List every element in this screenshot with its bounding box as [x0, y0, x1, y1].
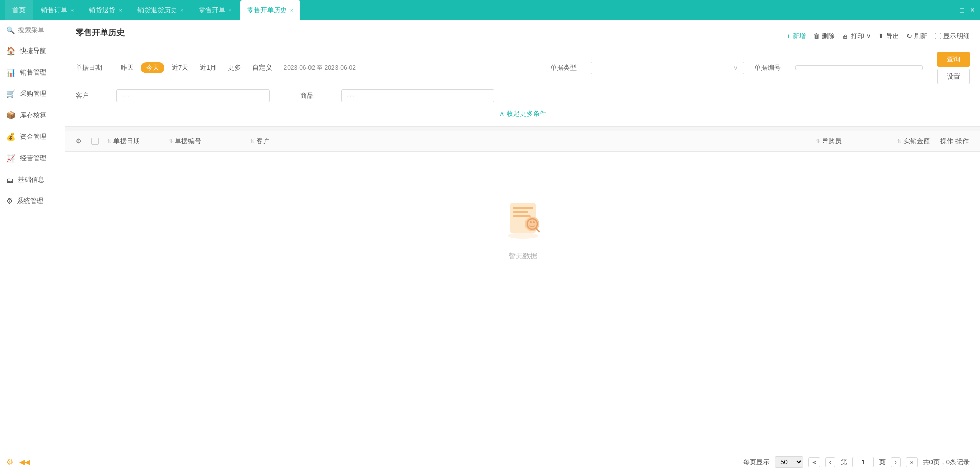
- customer-input[interactable]: ···: [116, 89, 270, 102]
- empty-state: 暂无数据: [65, 152, 980, 302]
- operations-label: 经营管理: [20, 154, 46, 163]
- nav-tabs: 首页 销售订单 × 销货退货 × 销货退货历史 × 零售开单 × 零售开单历史 …: [5, 0, 946, 20]
- print-button[interactable]: 🖨 打印 ∨: [842, 32, 871, 41]
- close-retail-open[interactable]: ×: [228, 7, 231, 13]
- sales-return-label: 销货退货: [89, 6, 115, 15]
- export-button[interactable]: ⬆ 导出: [878, 32, 899, 41]
- basic-info-icon: 🗂: [6, 176, 14, 184]
- system-icon: ⚙: [6, 196, 13, 206]
- sidebar-item-quick-nav[interactable]: 🏠 快捷导航: [0, 40, 65, 62]
- date-opt-1month[interactable]: 近1月: [196, 62, 221, 73]
- date-opt-more[interactable]: 更多: [224, 62, 245, 73]
- tab-sales-return[interactable]: 销货退货 ×: [82, 0, 129, 20]
- page-label: 第: [841, 458, 847, 467]
- search-label: 搜索采单: [18, 26, 44, 35]
- sort-guide-icon[interactable]: ⇅: [816, 138, 820, 144]
- search-icon: 🔍: [6, 26, 15, 34]
- restore-btn[interactable]: □: [960, 6, 964, 14]
- settings-bottom-icon[interactable]: ⚙: [6, 457, 13, 467]
- page-header-section: 零售开单历史 + 新增 🗑 🗑 删除 删除 🖨 打印 ∨ ⬆: [65, 20, 980, 127]
- sales-mgmt-icon: 📊: [6, 68, 16, 77]
- last-page-btn[interactable]: »: [906, 457, 918, 467]
- basic-info-label: 基础信息: [18, 175, 44, 184]
- prev-page-btn[interactable]: ‹: [825, 457, 835, 467]
- settings-button[interactable]: 设置: [937, 69, 970, 84]
- inventory-label: 库存核算: [20, 111, 46, 120]
- close-retail-open-history[interactable]: ×: [290, 7, 293, 13]
- system-label: 系统管理: [17, 196, 43, 206]
- date-label: 单据日期: [76, 63, 106, 72]
- num-input[interactable]: [795, 65, 923, 70]
- collapse-sidebar-icon[interactable]: ◀◀: [19, 458, 30, 466]
- page-title: 零售开单历史: [76, 28, 125, 38]
- sales-mgmt-label: 销售管理: [20, 68, 46, 77]
- sidebar-item-sales-mgmt[interactable]: 📊 销售管理: [0, 62, 65, 83]
- tab-sales-order[interactable]: 销售订单 ×: [34, 0, 81, 20]
- finance-label: 资金管理: [20, 132, 46, 141]
- collapse-icon: ∧: [499, 110, 505, 118]
- goods-dots: ···: [347, 92, 355, 99]
- next-page-btn[interactable]: ›: [891, 457, 901, 467]
- empty-text: 暂无数据: [509, 252, 537, 261]
- close-sales-order[interactable]: ×: [70, 7, 74, 13]
- print-icon: 🖨: [842, 32, 849, 40]
- sidebar-item-purchase-mgmt[interactable]: 🛒 采购管理: [0, 83, 65, 105]
- close-sales-return[interactable]: ×: [118, 7, 122, 13]
- display-toggle[interactable]: 显示明细: [935, 32, 970, 41]
- sort-customer-icon[interactable]: ⇅: [250, 138, 254, 144]
- sidebar-item-inventory[interactable]: 📦 库存核算: [0, 105, 65, 126]
- filter-row-1: 单据日期 昨天 今天 近7天 近1月 更多 自定义 2023-06-02 至 2…: [76, 52, 970, 84]
- per-page-select[interactable]: 50 20 100: [775, 456, 803, 468]
- sidebar: 🔍 搜索采单 🏠 快捷导航 📊 销售管理 🛒 采购管理 📦 库存核算 💰 资金管…: [0, 20, 65, 473]
- sidebar-item-operations[interactable]: 📈 经营管理: [0, 147, 65, 169]
- goods-input[interactable]: ···: [341, 89, 494, 102]
- header-top-row: 零售开单历史 + 新增 🗑 🗑 删除 删除 🖨 打印 ∨ ⬆: [65, 20, 980, 44]
- sort-amount-icon[interactable]: ⇅: [897, 138, 901, 144]
- th-customer: ⇅ 客户: [246, 137, 811, 146]
- collapse-label: 收起更多条件: [507, 109, 546, 118]
- page-input[interactable]: [852, 457, 874, 467]
- delete-icon: 🗑: [813, 32, 820, 40]
- sidebar-item-finance[interactable]: 💰 资金管理: [0, 126, 65, 147]
- purchase-mgmt-label: 采购管理: [20, 89, 46, 98]
- delete-button[interactable]: 🗑 🗑 删除 删除: [813, 32, 835, 41]
- collapse-button[interactable]: ∧ 收起更多条件: [499, 109, 546, 118]
- finance-icon: 💰: [6, 132, 16, 141]
- sidebar-item-system[interactable]: ⚙ 系统管理: [0, 190, 65, 212]
- window-controls: — □ ×: [946, 6, 975, 15]
- sort-date-icon[interactable]: ⇅: [107, 138, 111, 144]
- date-opt-custom[interactable]: 自定义: [248, 62, 276, 73]
- th-settings[interactable]: ⚙: [70, 137, 87, 145]
- table-head: ⚙ ⇅ 单据日期 ⇅ 单据编号 ⇅ 客户 ⇅: [65, 131, 980, 152]
- header-checkbox[interactable]: [91, 138, 99, 145]
- page-suffix: 页: [879, 458, 886, 467]
- date-opt-7days[interactable]: 近7天: [168, 62, 193, 73]
- tab-retail-open[interactable]: 零售开单 ×: [192, 0, 238, 20]
- close-btn[interactable]: ×: [970, 6, 975, 15]
- th-checkbox[interactable]: [87, 138, 103, 145]
- close-sales-return-history[interactable]: ×: [180, 7, 183, 13]
- svg-point-9: [533, 221, 535, 223]
- tab-sales-return-history[interactable]: 销货退货历史 ×: [130, 0, 190, 20]
- pagination-bar: 每页显示 50 20 100 « ‹ 第 页 › » 共0页，0条记录: [65, 451, 980, 473]
- date-opt-today[interactable]: 今天: [141, 62, 164, 73]
- customer-dots: ···: [122, 92, 131, 99]
- sidebar-search[interactable]: 🔍 搜索采单: [0, 20, 65, 40]
- svg-rect-3: [513, 211, 528, 213]
- date-opt-yesterday[interactable]: 昨天: [116, 62, 138, 73]
- tab-retail-open-history[interactable]: 零售开单历史 ×: [240, 0, 300, 20]
- type-select[interactable]: ∨: [591, 62, 744, 74]
- sort-num-icon[interactable]: ⇅: [169, 138, 173, 144]
- display-checkbox[interactable]: [935, 33, 941, 39]
- svg-point-8: [530, 221, 532, 223]
- minimize-btn[interactable]: —: [946, 6, 953, 14]
- num-label: 单据编号: [754, 63, 785, 72]
- add-button[interactable]: + 新增: [787, 32, 806, 41]
- query-button[interactable]: 查询: [937, 52, 970, 67]
- sidebar-item-basic-info[interactable]: 🗂 基础信息: [0, 169, 65, 190]
- th-ops: 操作 操作: [934, 137, 975, 146]
- tab-home[interactable]: 首页: [5, 0, 33, 20]
- type-label: 单据类型: [550, 63, 581, 72]
- refresh-button[interactable]: ↻ 刷新: [906, 32, 927, 41]
- first-page-btn[interactable]: «: [808, 457, 820, 467]
